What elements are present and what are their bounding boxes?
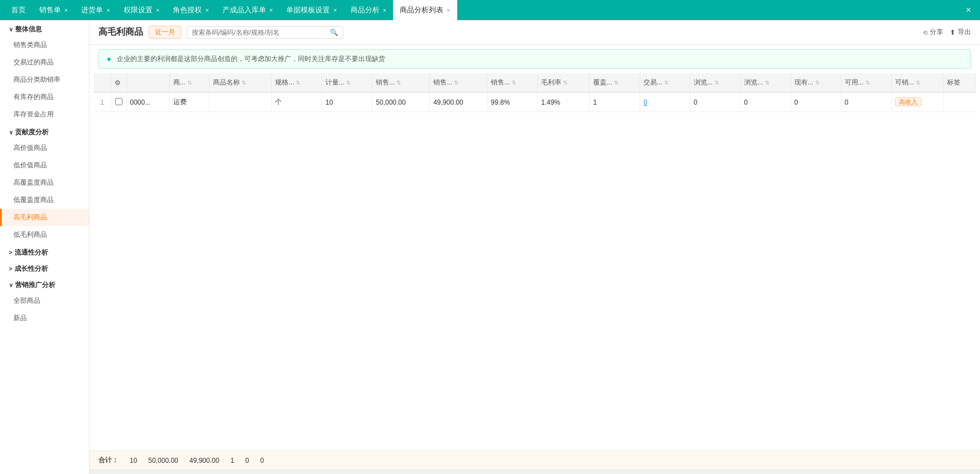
th-2[interactable]: 商...⇅ <box>169 73 209 92</box>
th-9[interactable]: 毛利率⇅ <box>538 73 590 92</box>
th-15[interactable]: 可用...⇅ <box>841 73 891 92</box>
sidebar-item-0-4[interactable]: 库存资金占用 <box>0 106 89 123</box>
export-button[interactable]: ⬆ 导出 <box>950 27 971 37</box>
sort-icon-16: ⇅ <box>916 79 920 86</box>
cell-coverage-0: 1.49% <box>538 92 590 112</box>
search-box: 🔍 <box>187 26 343 39</box>
sort-icon-8: ⇅ <box>512 79 516 86</box>
nav-item-0[interactable]: 首页 <box>4 0 32 20</box>
sidebar-item-1-1[interactable]: 低价值商品 <box>0 157 89 174</box>
th-3[interactable]: 商品名称⇅ <box>209 73 272 92</box>
footer-transaction: 1 <box>230 457 234 464</box>
cell-sales1-0: 10 <box>322 92 372 112</box>
nav-item-3[interactable]: 权限设置× <box>117 0 166 20</box>
sidebar-group-label-2: 流通性分析 <box>15 248 48 257</box>
footer-available: 0 <box>261 457 264 464</box>
sidebar-item-0-0[interactable]: 销售类商品 <box>0 36 89 54</box>
th-7[interactable]: 销售...⇅ <box>430 73 487 92</box>
sort-icon-5: ⇅ <box>346 79 351 86</box>
sidebar-group-title-4[interactable]: ∨营销推广分析 <box>0 276 89 292</box>
nav-close-1[interactable]: × <box>64 7 68 13</box>
sidebar-item-0-3[interactable]: 有库存的商品 <box>0 88 89 106</box>
sort-icon-9: ⇅ <box>563 79 567 86</box>
sort-icon-6: ⇅ <box>396 79 401 86</box>
cell-browse1-0[interactable]: 0 <box>640 92 690 112</box>
cell-available-0: 0 <box>790 92 841 112</box>
share-button[interactable]: ⎋ 分享 <box>924 27 943 37</box>
cell-spec-0 <box>209 92 272 112</box>
chevron-right-icon: > <box>9 250 12 256</box>
sidebar-group-0: ∨整体信息销售类商品交易过的商品商品分类助销率有库存的商品库存资金占用 <box>0 20 89 123</box>
sidebar-item-1-4[interactable]: 高毛利商品 <box>0 209 89 226</box>
nav-item-2[interactable]: 进货单× <box>74 0 116 20</box>
main-layout: 《 ∨整体信息销售类商品交易过的商品商品分类助销率有库存的商品库存资金占用∨贡献… <box>0 20 980 474</box>
nav-close-8[interactable]: × <box>447 7 450 13</box>
share-icon: ⎋ <box>924 29 927 36</box>
cell-transaction-0: 1 <box>590 92 640 112</box>
cell-sales2-0: 50,000.00 <box>372 92 430 112</box>
sort-icon-14: ⇅ <box>815 79 820 86</box>
th-12[interactable]: 浏览...⇅ <box>690 73 740 92</box>
filter-recent-month-btn[interactable]: 近一月 <box>149 26 181 39</box>
nav-item-8[interactable]: 商品分析列表× <box>393 0 457 20</box>
sidebar-item-1-3[interactable]: 低覆盖度商品 <box>0 191 89 209</box>
th-4[interactable]: 规格...⇅ <box>272 73 322 92</box>
th-0: ⚙ <box>111 73 126 92</box>
sidebar-item-1-0[interactable]: 高价值商品 <box>0 139 89 157</box>
th-11[interactable]: 交易...⇅ <box>640 73 690 92</box>
cell-saleable-0: 0 <box>841 92 891 112</box>
th-5[interactable]: 计量...⇅ <box>322 73 372 92</box>
sidebar-item-4-0[interactable]: 全部商品 <box>0 292 89 309</box>
nav-close-6[interactable]: × <box>333 7 337 13</box>
nav-item-4[interactable]: 角色授权× <box>166 0 215 20</box>
th-14[interactable]: 现有...⇅ <box>790 73 841 92</box>
nav-close-2[interactable]: × <box>106 7 110 13</box>
search-input[interactable] <box>192 29 330 36</box>
nav-item-5[interactable]: 产成品入库单× <box>216 0 280 20</box>
th-10[interactable]: 覆盖...⇅ <box>590 73 640 92</box>
sort-icon-7: ⇅ <box>454 79 458 86</box>
top-navigation: 首页销售单×进货单×权限设置×角色授权×产成品入库单×单据模板设置×商品分析×商… <box>0 0 980 20</box>
sidebar-item-4-1[interactable]: 新品 <box>0 309 89 327</box>
sidebar: 《 ∨整体信息销售类商品交易过的商品商品分类助销率有库存的商品库存资金占用∨贡献… <box>0 20 89 474</box>
row-checkbox-0[interactable] <box>115 98 122 105</box>
th-16[interactable]: 可销...⇅ <box>891 73 943 92</box>
th-1 <box>126 73 169 92</box>
content-header: 高毛利商品 近一月 🔍 ⎋ 分享 ⬆ 导出 <box>89 20 980 45</box>
sort-icon-4: ⇅ <box>296 79 300 86</box>
search-icon[interactable]: 🔍 <box>330 29 338 36</box>
footer-label: 合计： <box>98 456 119 465</box>
nav-close-4[interactable]: × <box>205 7 209 13</box>
horizontal-scrollbar[interactable] <box>89 470 980 474</box>
sidebar-collapse-btn[interactable]: 《 <box>89 237 89 257</box>
th-6[interactable]: 销售...⇅ <box>372 73 430 92</box>
th-8[interactable]: 销售...⇅ <box>487 73 538 92</box>
sidebar-item-1-5[interactable]: 低毛利商品 <box>0 226 89 243</box>
sort-icon-3: ⇅ <box>242 79 246 86</box>
nav-item-6[interactable]: 单据模板设置× <box>280 0 343 20</box>
sidebar-group-label-1: 贡献度分析 <box>15 128 49 137</box>
sidebar-group-title-2[interactable]: >流通性分析 <box>0 243 89 260</box>
sidebar-item-0-2[interactable]: 商品分类助销率 <box>0 71 89 88</box>
th-13[interactable]: 浏览...⇅ <box>740 73 790 92</box>
sidebar-group-label-3: 成长性分析 <box>15 264 48 274</box>
cell-checkbox-0[interactable] <box>111 92 126 112</box>
cell-browse2-0: 0 <box>690 92 740 112</box>
sidebar-group-title-1[interactable]: ∨贡献度分析 <box>0 123 89 139</box>
sidebar-group-label-0: 整体信息 <box>15 25 42 34</box>
close-all-button[interactable]: × <box>962 5 976 15</box>
content-area: 高毛利商品 近一月 🔍 ⎋ 分享 ⬆ 导出 ✦ 企业的主要的利润都是这部分商品创… <box>89 20 980 474</box>
header-actions: ⎋ 分享 ⬆ 导出 <box>924 27 971 37</box>
sidebar-group-2: >流通性分析 <box>0 243 89 260</box>
nav-item-1[interactable]: 销售单× <box>32 0 74 20</box>
page-title: 高毛利商品 <box>98 26 143 38</box>
nav-close-3[interactable]: × <box>156 7 159 13</box>
nav-item-7[interactable]: 商品分析× <box>344 0 393 20</box>
sidebar-group-title-3[interactable]: >成长性分析 <box>0 260 89 276</box>
sidebar-item-0-1[interactable]: 交易过的商品 <box>0 54 89 71</box>
cell-browse1-link-0[interactable]: 0 <box>643 98 647 106</box>
sidebar-item-1-2[interactable]: 高覆盖度商品 <box>0 174 89 191</box>
nav-close-7[interactable]: × <box>383 7 386 13</box>
nav-close-5[interactable]: × <box>269 7 273 13</box>
sidebar-group-title-0[interactable]: ∨整体信息 <box>0 20 89 36</box>
